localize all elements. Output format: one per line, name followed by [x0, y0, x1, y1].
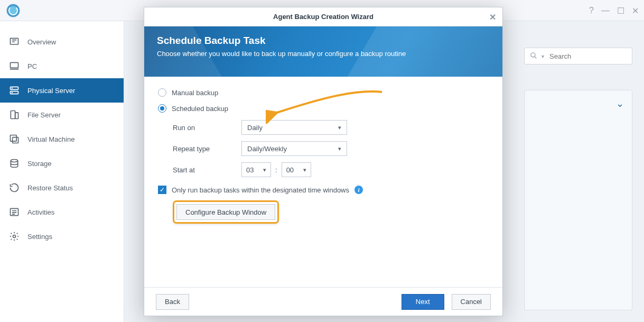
help-icon[interactable]: ?: [589, 6, 594, 15]
sidebar-item-label: Virtual Machine: [27, 135, 74, 143]
sidebar-item-label: Physical Server: [27, 87, 75, 95]
label-start-at: Start at: [173, 166, 241, 174]
chevron-down-icon: ▾: [338, 145, 341, 152]
storage-icon: [8, 158, 20, 169]
label-repeat-type: Repeat type: [173, 145, 241, 153]
restore-icon: [8, 182, 20, 194]
select-start-minute[interactable]: 00 ▾: [282, 162, 311, 177]
radio-icon: [158, 88, 166, 97]
activities-icon: [8, 206, 20, 218]
select-value: Daily: [247, 124, 263, 132]
radio-label: Scheduled backup: [172, 105, 228, 113]
svg-rect-1: [11, 62, 18, 68]
chevron-down-icon: ▾: [338, 124, 341, 131]
pc-icon: [8, 60, 20, 72]
search-input[interactable]: [548, 52, 639, 61]
modal-footer: Back Next Cancel: [144, 287, 502, 316]
sidebar-item-virtual-machine[interactable]: Virtual Machine: [0, 127, 124, 151]
sidebar-item-label: Settings: [27, 233, 52, 241]
checkbox-label: Only run backup tasks within the designa…: [172, 186, 349, 194]
detail-panel: [524, 90, 632, 310]
chevron-down-icon: ▾: [303, 167, 306, 173]
app-logo-icon: [6, 4, 20, 17]
svg-point-5: [12, 93, 12, 93]
sidebar-item-settings[interactable]: Settings: [0, 224, 124, 249]
chevron-down-icon: ▾: [263, 167, 266, 173]
modal-titlebar: Agent Backup Creation Wizard ✕: [144, 7, 502, 26]
svg-point-13: [531, 52, 535, 57]
sidebar-item-label: PC: [27, 62, 37, 70]
select-value: Daily/Weekly: [247, 145, 287, 153]
vm-icon: [8, 133, 20, 145]
wizard-modal: Agent Backup Creation Wizard ✕ Schedule …: [144, 7, 503, 316]
radio-label: Manual backup: [172, 89, 218, 97]
select-start-hour[interactable]: 03 ▾: [241, 162, 271, 177]
back-button[interactable]: Back: [156, 294, 189, 310]
sidebar-item-pc[interactable]: PC: [0, 54, 124, 78]
select-value: 03: [246, 166, 254, 174]
radio-icon: [158, 104, 166, 113]
modal-header: Schedule Backup Task Choose whether you …: [144, 26, 502, 77]
checkbox-time-window[interactable]: ✓ Only run backup tasks within the desig…: [158, 186, 489, 194]
server-icon: [8, 85, 20, 96]
close-icon[interactable]: ✕: [632, 6, 639, 16]
sidebar-item-label: Overview: [27, 38, 56, 46]
file-server-icon: [8, 109, 20, 121]
sidebar: Overview PC Physical Server File Server …: [0, 21, 124, 322]
sidebar-item-overview[interactable]: Overview: [0, 30, 124, 54]
dropdown-caret-icon: ▾: [542, 53, 544, 59]
modal-title-text: Agent Backup Creation Wizard: [273, 13, 374, 21]
checkbox-icon: ✓: [158, 186, 166, 194]
modal-heading: Schedule Backup Task: [157, 35, 490, 47]
svg-point-4: [12, 88, 12, 88]
chevron-down-icon[interactable]: ⌄: [616, 98, 624, 109]
select-repeat-type[interactable]: Daily/Weekly ▾: [241, 141, 347, 156]
sidebar-item-storage[interactable]: Storage: [0, 151, 124, 176]
minimize-icon[interactable]: —: [601, 6, 610, 15]
svg-point-10: [11, 160, 17, 162]
label-run-on: Run on: [173, 124, 241, 132]
svg-rect-7: [15, 113, 18, 119]
sidebar-item-activities[interactable]: Activities: [0, 200, 124, 224]
modal-close-icon[interactable]: ✕: [489, 12, 496, 22]
svg-point-12: [13, 235, 16, 238]
sidebar-item-label: File Server: [27, 111, 61, 119]
highlight-annotation: Configure Backup Window: [173, 200, 279, 224]
sidebar-item-physical-server[interactable]: Physical Server: [0, 78, 124, 103]
radio-option-scheduled[interactable]: Scheduled backup: [158, 104, 489, 113]
sidebar-item-restore-status[interactable]: Restore Status: [0, 176, 124, 200]
search-box[interactable]: ▾: [524, 48, 632, 65]
info-icon[interactable]: i: [354, 186, 363, 194]
maximize-icon[interactable]: ☐: [617, 6, 624, 16]
svg-rect-6: [11, 111, 15, 119]
sidebar-item-file-server[interactable]: File Server: [0, 103, 124, 127]
gear-icon: [8, 231, 20, 242]
select-value: 00: [286, 166, 294, 174]
modal-subheading: Choose whether you would like to back up…: [157, 50, 490, 58]
sidebar-item-label: Restore Status: [27, 184, 73, 192]
sidebar-item-label: Activities: [27, 208, 54, 216]
sidebar-item-label: Storage: [27, 160, 52, 168]
configure-backup-window-button[interactable]: Configure Backup Window: [176, 204, 275, 220]
search-icon: [530, 52, 537, 61]
cancel-button[interactable]: Cancel: [452, 294, 491, 310]
svg-rect-9: [13, 137, 18, 143]
time-separator: :: [275, 166, 277, 174]
select-run-on[interactable]: Daily ▾: [241, 120, 347, 135]
modal-body: Manual backup Scheduled backup Run on Da…: [144, 77, 502, 287]
radio-option-manual[interactable]: Manual backup: [158, 88, 489, 97]
overview-icon: [8, 36, 20, 48]
next-button[interactable]: Next: [402, 294, 444, 310]
svg-rect-8: [11, 135, 17, 142]
